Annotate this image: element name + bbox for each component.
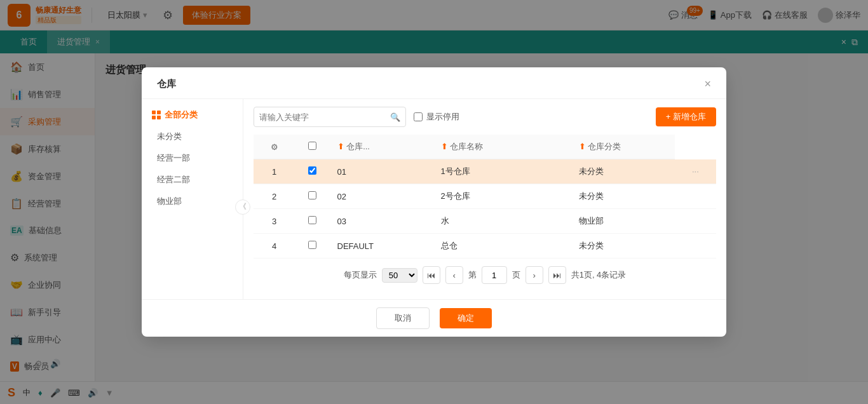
modal-sidebar-collapse-btn[interactable]: 《: [235, 199, 250, 215]
first-page-btn[interactable]: ⏮: [423, 266, 440, 284]
row-index: 3: [254, 209, 295, 234]
row-more[interactable]: ···: [675, 159, 716, 184]
modal-overlay: 仓库 × 全部分类 未分类 经营一部 经营二部: [0, 0, 868, 404]
row-name: 2号仓库: [433, 184, 571, 209]
col-check-header: [295, 135, 329, 159]
modal-sidebar-all-label: 全部分类: [165, 109, 198, 121]
row-name: 总仓: [433, 234, 571, 259]
col-name-header: ⬆ 仓库名称: [433, 135, 571, 159]
modal-body: 全部分类 未分类 经营一部 经营二部 物业部 《: [142, 99, 726, 299]
row-checkbox[interactable]: [308, 191, 316, 199]
table-row[interactable]: 2 02 2号仓库 未分类: [254, 184, 716, 209]
sidebar-dept1-label: 经营一部: [157, 153, 190, 163]
modal-sidebar-item-uncategorized[interactable]: 未分类: [142, 126, 243, 147]
select-all-checkbox[interactable]: [308, 142, 316, 150]
col-type-label: 仓库分类: [588, 142, 621, 151]
modal-sidebar: 全部分类 未分类 经营一部 经营二部 物业部 《: [142, 99, 243, 299]
modal-main: 🔍 显示停用 + 新增仓库 ⚙: [243, 99, 726, 299]
page-input[interactable]: [482, 266, 507, 284]
row-name: 1号仓库: [433, 159, 571, 184]
row-type: 物业部: [571, 209, 675, 234]
sidebar-uncategorized-label: 未分类: [157, 131, 182, 141]
table-row[interactable]: 4 DEFAULT 总仓 未分类: [254, 234, 716, 259]
warehouse-table: ⚙ ⬆ 仓库... ⬆: [254, 135, 716, 259]
modal-sidebar-item-property[interactable]: 物业部: [142, 191, 243, 212]
row-index: 2: [254, 184, 295, 209]
table-header-row: ⚙ ⬆ 仓库... ⬆: [254, 135, 716, 159]
col-name-label: 仓库名称: [450, 142, 483, 151]
search-icon[interactable]: 🔍: [390, 112, 400, 122]
sidebar-property-label: 物业部: [157, 196, 182, 206]
prev-page-btn[interactable]: ‹: [445, 266, 463, 284]
sort-icon-name: ⬆: [441, 142, 448, 151]
sort-icon-type: ⬆: [579, 142, 586, 151]
table-row[interactable]: 3 03 水 物业部: [254, 209, 716, 234]
row-checkbox[interactable]: [308, 166, 316, 175]
modal-toolbar: 🔍 显示停用 + 新增仓库: [254, 107, 716, 127]
grid-icon: [152, 111, 161, 119]
row-index: 4: [254, 234, 295, 259]
page-suffix: 页: [512, 269, 520, 281]
row-type: 未分类: [571, 234, 675, 259]
per-page-label: 每页显示: [344, 269, 377, 281]
warehouse-modal: 仓库 × 全部分类 未分类 经营一部 经营二部: [142, 67, 726, 337]
search-box: 🔍: [254, 107, 406, 127]
row-more: [675, 234, 716, 259]
show-disabled-label: 显示停用: [426, 111, 459, 123]
row-type: 未分类: [571, 159, 675, 184]
row-code: DEFAULT: [330, 234, 433, 259]
table: ⚙ ⬆ 仓库... ⬆: [254, 135, 716, 259]
row-code: 01: [330, 159, 433, 184]
pagination: 每页显示 50 20 100 ⏮ ‹ 第 页 › ⏭ 共1页, 4条记录: [254, 259, 716, 292]
sidebar-dept2-label: 经营二部: [157, 175, 190, 184]
cancel-btn[interactable]: 取消: [376, 307, 430, 329]
row-check[interactable]: [295, 159, 329, 184]
modal-footer: 取消 确定: [142, 299, 726, 337]
per-page-select[interactable]: 50 20 100: [382, 268, 417, 283]
settings-col-icon: ⚙: [271, 142, 278, 152]
row-more: [675, 209, 716, 234]
modal-close-btn[interactable]: ×: [704, 77, 711, 91]
row-code: 02: [330, 184, 433, 209]
table-row[interactable]: 1 01 1号仓库 未分类 ···: [254, 159, 716, 184]
page-label: 第: [468, 269, 477, 281]
row-type: 未分类: [571, 184, 675, 209]
show-disabled-checkbox[interactable]: [414, 112, 423, 121]
modal-title: 仓库: [157, 78, 176, 90]
row-code: 03: [330, 209, 433, 234]
col-code-header: ⬆ 仓库...: [330, 135, 433, 159]
row-checkbox[interactable]: [308, 216, 316, 224]
col-code-label: 仓库...: [346, 142, 370, 151]
row-check[interactable]: [295, 184, 329, 209]
table-body: 1 01 1号仓库 未分类 ··· 2 02 2号仓库 未分类 3 03 水 物…: [254, 159, 716, 259]
confirm-btn[interactable]: 确定: [440, 308, 492, 328]
modal-sidebar-item-dept2[interactable]: 经营二部: [142, 169, 243, 191]
row-check[interactable]: [295, 209, 329, 234]
row-index: 1: [254, 159, 295, 184]
sort-icon: ⬆: [337, 142, 344, 151]
row-more: [675, 184, 716, 209]
add-warehouse-btn[interactable]: + 新增仓库: [656, 107, 716, 126]
modal-sidebar-header[interactable]: 全部分类: [142, 104, 243, 126]
last-page-btn[interactable]: ⏭: [548, 266, 566, 284]
total-label: 共1页, 4条记录: [571, 269, 627, 281]
col-type-header: ⬆ 仓库分类: [571, 135, 675, 159]
modal-sidebar-item-dept1[interactable]: 经营一部: [142, 147, 243, 169]
modal-header: 仓库 ×: [142, 67, 726, 99]
next-page-btn[interactable]: ›: [526, 266, 543, 284]
search-input[interactable]: [259, 112, 390, 122]
row-checkbox[interactable]: [308, 241, 316, 249]
row-check[interactable]: [295, 234, 329, 259]
row-name: 水: [433, 209, 571, 234]
col-settings-header: ⚙: [254, 135, 295, 159]
show-disabled-toggle[interactable]: 显示停用: [414, 111, 459, 123]
